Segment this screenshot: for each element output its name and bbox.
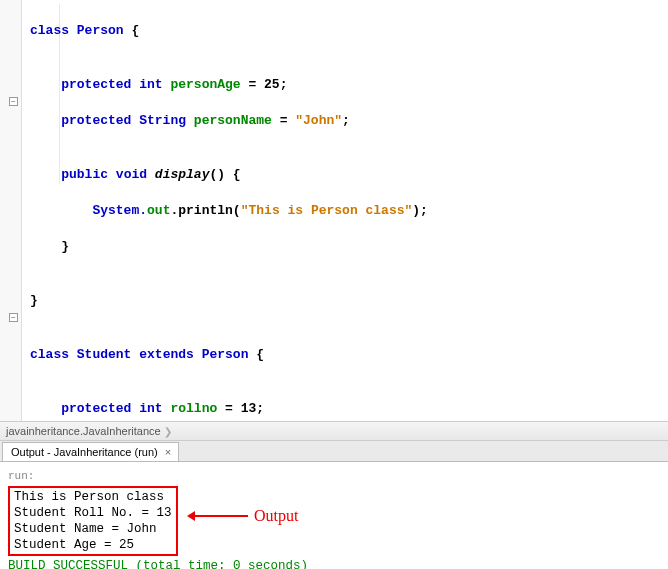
annotation-label: Output [254, 508, 298, 524]
code-line: public void display() { [30, 166, 660, 184]
code-line: System.out.println("This is Person class… [30, 202, 660, 220]
arrow-left-icon [190, 515, 248, 517]
output-line: Student Name = John [14, 521, 172, 537]
tab-label: Output - JavaInheritance (run) [11, 446, 158, 458]
breadcrumb-item[interactable]: javainheritance.JavaInheritance [6, 425, 161, 437]
fold-toggle-icon[interactable]: − [9, 97, 18, 106]
output-tab-bar: Output - JavaInheritance (run) × [0, 441, 668, 462]
code-content[interactable]: class Person { protected int personAge =… [22, 0, 668, 421]
code-line: } [30, 238, 660, 256]
close-icon[interactable]: × [162, 446, 174, 458]
code-line: class Person { [30, 22, 660, 40]
output-run-label: run: [8, 468, 660, 484]
code-line: protected int rollno = 13; [30, 400, 660, 418]
gutter: − − [0, 0, 22, 421]
output-line: This is Person class [14, 489, 172, 505]
output-line: Student Roll No. = 13 [14, 505, 172, 521]
chevron-right-icon: ❯ [164, 426, 172, 437]
output-highlight-box: This is Person class Student Roll No. = … [8, 486, 178, 556]
code-line: protected int personAge = 25; [30, 76, 660, 94]
code-line: protected String personName = "John"; [30, 112, 660, 130]
output-line: Student Age = 25 [14, 537, 172, 553]
code-line: } [30, 292, 660, 310]
breadcrumb[interactable]: javainheritance.JavaInheritance ❯ [0, 421, 668, 441]
annotation: Output [190, 508, 298, 524]
code-editor[interactable]: − − class Person { protected int personA… [0, 0, 668, 421]
code-line: class Student extends Person { [30, 346, 660, 364]
output-panel[interactable]: run: This is Person class Student Roll N… [0, 462, 668, 569]
tab-output[interactable]: Output - JavaInheritance (run) × [2, 442, 179, 461]
build-status: BUILD SUCCESSFUL (total time: 0 seconds) [8, 558, 660, 569]
fold-toggle-icon[interactable]: − [9, 313, 18, 322]
